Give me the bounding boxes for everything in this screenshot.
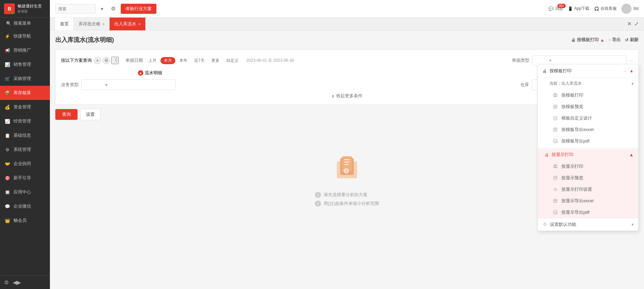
panel-template-print-label: 按模板打印 bbox=[561, 92, 583, 98]
collapse-conditions-button[interactable]: ∧ 收起更多条件 bbox=[331, 93, 362, 99]
doc-type-more-btn[interactable]: ··· bbox=[629, 58, 633, 63]
panel-footer[interactable]: 设置默认功能 ▾ bbox=[538, 218, 638, 231]
query-label-area: 按以下方案查询 + ⚙ 《 bbox=[61, 57, 119, 64]
display-print-items: 按显示打印 按显示预览 按显示打印设置 bbox=[538, 161, 638, 218]
sidebar-item-guide[interactable]: 🎯 新手引导 bbox=[0, 171, 50, 185]
display-excel-icon bbox=[553, 198, 558, 204]
topbar-right: 💬 消息 99+ 📱 App下载 🎧 在线客服 Rit bbox=[549, 4, 639, 14]
online-service-button[interactable]: 🎧 在线客服 bbox=[594, 6, 617, 11]
panel-item-display-print[interactable]: 按显示打印 bbox=[538, 161, 638, 172]
collapse-sidebar-icon[interactable]: ◀▶ bbox=[13, 279, 21, 286]
sidebar-item-basic-info[interactable]: 📋 基础信息 bbox=[0, 128, 50, 142]
sidebar-item-member[interactable]: 👑 畅会员 bbox=[0, 213, 50, 228]
finance-icon: 💰 bbox=[4, 104, 11, 110]
date-option-last-month[interactable]: 上月 bbox=[146, 57, 159, 64]
business-type-label: 业务类型 bbox=[61, 82, 79, 88]
display-pdf-icon: PDF bbox=[553, 210, 558, 215]
sidebar-item-sales[interactable]: 📊 销售管理 bbox=[0, 57, 50, 72]
export-button[interactable]: ↑ 导出 bbox=[609, 37, 621, 43]
inventory-icon: 📦 bbox=[4, 89, 11, 96]
sidebar-item-label: 企业微信 bbox=[13, 203, 31, 209]
message-button[interactable]: 💬 消息 99+ bbox=[549, 6, 563, 11]
print-label: 按模板打印 bbox=[577, 37, 599, 43]
empty-step-2: 2 用[过滤]条件来缩小分析范围 bbox=[315, 201, 379, 207]
tabs-bar: 首页 库存批次账 × 出入库流水 × ✕ ⤢ bbox=[50, 18, 644, 30]
panel-item-template-excel[interactable]: 按模板导出excel bbox=[538, 124, 638, 135]
tab-home[interactable]: 首页 bbox=[55, 18, 74, 30]
tab-flow[interactable]: 出入库流水 × bbox=[110, 18, 145, 30]
app-download-button[interactable]: 📱 App下载 bbox=[568, 6, 589, 11]
panel-item-display-excel[interactable]: 按显示导出excel bbox=[538, 195, 638, 207]
panel-item-display-pdf[interactable]: PDF 按显示导出pdf bbox=[538, 207, 638, 218]
panel-item-template-custom[interactable]: 模板自定义设计 bbox=[538, 112, 638, 124]
sidebar-item-label: 基础信息 bbox=[13, 132, 31, 138]
panel-item-template-preview[interactable]: 按模板预览 bbox=[538, 101, 638, 112]
empty-state-illustration: ? bbox=[330, 151, 364, 185]
sidebar-item-app-center[interactable]: 🔲 应用中心 bbox=[0, 185, 50, 199]
panel-divider bbox=[538, 148, 638, 148]
sidebar-item-system[interactable]: ⚙ 系统管理 bbox=[0, 142, 50, 157]
filter-add-button[interactable]: + bbox=[94, 57, 101, 64]
tab-flow-close[interactable]: × bbox=[138, 22, 140, 26]
window-close-button[interactable]: ✕ bbox=[627, 21, 632, 27]
export-label: 导出 bbox=[612, 37, 621, 43]
sidebar-item-marketing[interactable]: 📢 营销推广 bbox=[0, 43, 50, 57]
date-option-this-year[interactable]: 本年 bbox=[177, 57, 190, 64]
panel-item-template-pdf[interactable]: PDF 按模板导出pdf bbox=[538, 135, 638, 147]
panel-more-icon[interactable]: ··· bbox=[623, 69, 627, 74]
tab-batch-account[interactable]: 库存批次账 × bbox=[74, 18, 110, 30]
settings-bottom-icon[interactable]: ⚙ bbox=[4, 279, 9, 286]
topbar-search-input[interactable] bbox=[55, 4, 96, 14]
sidebar-item-operations[interactable]: 📈 经营管理 bbox=[0, 114, 50, 128]
panel-item-template-print[interactable]: 按模板打印 bbox=[538, 89, 638, 101]
panel-footer-label: 设置默认功能 bbox=[550, 221, 576, 228]
sidebar-item-enterprise[interactable]: 🤝 企业协同 bbox=[0, 157, 50, 171]
date-option-this-month[interactable]: 本月 bbox=[160, 57, 175, 64]
panel-current-template[interactable]: 当前：出入库流水 ▾ bbox=[538, 78, 638, 89]
sidebar-item-inventory[interactable]: 📦 库存核算 bbox=[0, 86, 50, 100]
template-print-section: 按模板打印 按模板预览 模板自定义设计 bbox=[538, 89, 638, 147]
guide-icon: 🎯 bbox=[4, 175, 11, 181]
topbar-gear-button[interactable]: ⚙ bbox=[109, 4, 118, 14]
industry-solution-button[interactable]: 体验行业方案 bbox=[121, 4, 156, 14]
panel-print-icon: 🖨 bbox=[543, 69, 547, 74]
business-type-arrow: ▾ bbox=[105, 82, 108, 87]
topbar-search-dropdown[interactable]: ▾ bbox=[98, 5, 106, 13]
headset-icon: 🎧 bbox=[594, 6, 599, 11]
step-num-2: 2 bbox=[315, 201, 321, 207]
tab-batch-account-close[interactable]: × bbox=[103, 22, 105, 26]
settings-button[interactable]: 设置 bbox=[80, 109, 100, 120]
window-expand-button[interactable]: ⤢ bbox=[634, 21, 639, 27]
display-print-section-header[interactable]: 🖨 按显示打印 ▲ bbox=[538, 149, 638, 161]
panel-collapse-arrow[interactable]: ▲ bbox=[630, 69, 634, 73]
filter-collapse-button[interactable]: 《 bbox=[111, 57, 119, 64]
panel-footer-arrow: ▾ bbox=[632, 222, 634, 227]
query-button[interactable]: 查询 bbox=[55, 109, 78, 120]
sidebar-item-quick-nav[interactable]: ⚡ 快捷导航 bbox=[0, 29, 50, 43]
filter-settings-button[interactable]: ⚙ bbox=[103, 57, 110, 64]
page-title-actions: 🖨 按模板打印 ▲ ↑ 导出 ↺ 刷新 bbox=[571, 37, 639, 43]
sidebar-search[interactable]: 🔍 搜索菜单 bbox=[0, 18, 50, 29]
sidebar-item-purchase[interactable]: 🛒 采购管理 bbox=[0, 72, 50, 86]
sidebar-item-finance[interactable]: 💰 资金管理 bbox=[0, 100, 50, 114]
template-print-button[interactable]: 🖨 按模板打印 ▲ bbox=[571, 37, 605, 43]
print-arrow-up: ▲ bbox=[600, 37, 605, 43]
sidebar-nav: ⚡ 快捷导航 📢 营销推广 📊 销售管理 🛒 采购管理 📦 库存核算 💰 资金管… bbox=[0, 29, 50, 275]
tab-window-controls: ✕ ⤢ bbox=[627, 21, 639, 27]
panel-item-display-preview[interactable]: 按显示预览 bbox=[538, 172, 638, 184]
date-option-7-days[interactable]: 近7天 bbox=[192, 57, 207, 64]
waterflow-tag-area: ● 流水明细 bbox=[138, 70, 162, 76]
panel-item-display-print-settings[interactable]: 按显示打印设置 bbox=[538, 184, 638, 195]
refresh-button[interactable]: ↺ 刷新 bbox=[625, 37, 639, 43]
step-2-label: 用[过滤]条件来缩小分析范围 bbox=[324, 201, 379, 207]
marketing-icon: 📢 bbox=[4, 47, 11, 54]
panel-preview-icon bbox=[553, 104, 558, 109]
sidebar-item-wecom[interactable]: 💬 企业微信 bbox=[0, 199, 50, 213]
date-option-more[interactable]: 更多 bbox=[209, 57, 222, 64]
user-avatar-area[interactable]: Rit bbox=[621, 4, 639, 14]
display-settings-icon bbox=[553, 187, 558, 192]
date-option-custom[interactable]: 自定义 bbox=[224, 57, 241, 64]
business-type-dropdown[interactable]: ▾ bbox=[81, 79, 176, 90]
display-section-title: 按显示打印 bbox=[552, 152, 574, 158]
date-filter-area: 单据日期 上月 本月 本年 近7天 更多 自定义 2023-06-01 至 20… bbox=[125, 57, 505, 64]
